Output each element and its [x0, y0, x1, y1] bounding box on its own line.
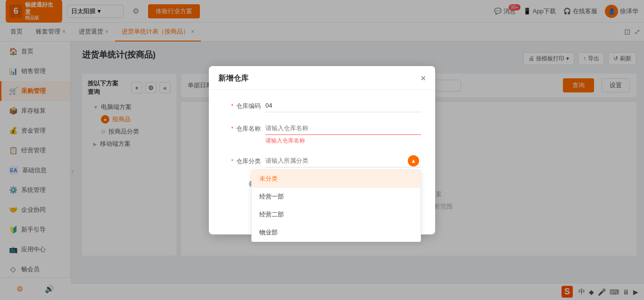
category-field: ▲ 未分类 经营一部 经营二部 物业部 — [265, 154, 421, 167]
new-warehouse-modal: 新增仓库 × * 仓库编码 * 仓库名称 — [209, 66, 435, 234]
warehouse-code-row: * 仓库编码 — [223, 99, 421, 112]
name-label: * 仓库名称 — [223, 122, 261, 133]
name-error-message: 请输入仓库名称 — [265, 137, 421, 145]
dropdown-item-dept2[interactable]: 经营二部 — [252, 206, 421, 224]
code-field — [265, 99, 421, 112]
category-toggle-button[interactable]: ▲ — [408, 155, 419, 167]
warehouse-category-row: * 仓库分类 ▲ 未分类 经营一部 经营二部 物业部 — [223, 154, 421, 167]
dropdown-item-unclassified[interactable]: 未分类 — [252, 170, 421, 188]
dropdown-item-dept1[interactable]: 经营一部 — [252, 188, 421, 206]
code-label: * 仓库编码 — [223, 99, 261, 110]
category-label: * 仓库分类 — [223, 154, 261, 166]
modal-body: * 仓库编码 * 仓库名称 请输入仓库名称 — [209, 90, 435, 209]
modal-overlay: 新增仓库 × * 仓库编码 * 仓库名称 — [0, 0, 644, 300]
code-input[interactable] — [265, 99, 421, 112]
modal-close-button[interactable]: × — [421, 74, 426, 83]
modal-title: 新增仓库 — [218, 74, 248, 83]
modal-header: 新增仓库 × — [209, 66, 435, 90]
category-select-wrapper: ▲ — [265, 154, 421, 167]
name-input[interactable] — [265, 122, 421, 135]
dropdown-item-property[interactable]: 物业部 — [252, 224, 421, 242]
category-input[interactable] — [265, 154, 421, 167]
name-field: 请输入仓库名称 — [265, 122, 421, 145]
category-dropdown: 未分类 经营一部 经营二部 物业部 — [251, 169, 421, 242]
warehouse-name-row: * 仓库名称 请输入仓库名称 — [223, 122, 421, 145]
